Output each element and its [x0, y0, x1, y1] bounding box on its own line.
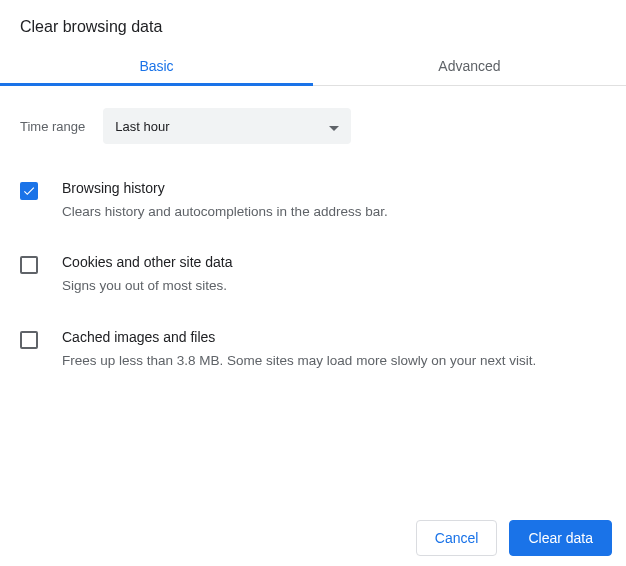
- option-title: Cookies and other site data: [62, 254, 606, 270]
- option-desc: Clears history and autocompletions in th…: [62, 202, 606, 222]
- option-title: Cached images and files: [62, 329, 606, 345]
- option-browsing-history: Browsing history Clears history and auto…: [20, 166, 606, 240]
- options-list: Browsing history Clears history and auto…: [0, 162, 626, 389]
- checkbox-cached[interactable]: [20, 331, 38, 349]
- time-range-label: Time range: [20, 119, 85, 134]
- checkbox-cookies[interactable]: [20, 256, 38, 274]
- option-text: Cookies and other site data Signs you ou…: [62, 254, 606, 296]
- option-text: Cached images and files Frees up less th…: [62, 329, 606, 371]
- option-cached: Cached images and files Frees up less th…: [20, 315, 606, 389]
- option-text: Browsing history Clears history and auto…: [62, 180, 606, 222]
- check-icon: [22, 184, 36, 198]
- footer-buttons: Cancel Clear data: [416, 520, 626, 566]
- clear-data-button[interactable]: Clear data: [509, 520, 612, 556]
- tab-advanced[interactable]: Advanced: [313, 58, 626, 85]
- option-cookies: Cookies and other site data Signs you ou…: [20, 240, 606, 314]
- tab-basic[interactable]: Basic: [0, 58, 313, 85]
- time-range-row: Time range Last hour: [0, 86, 626, 162]
- option-desc: Signs you out of most sites.: [62, 276, 606, 296]
- option-title: Browsing history: [62, 180, 606, 196]
- time-range-value: Last hour: [115, 119, 329, 134]
- checkbox-browsing-history[interactable]: [20, 182, 38, 200]
- dialog-title: Clear browsing data: [0, 0, 626, 58]
- tabs: Basic Advanced: [0, 58, 626, 86]
- cancel-button[interactable]: Cancel: [416, 520, 498, 556]
- option-desc: Frees up less than 3.8 MB. Some sites ma…: [62, 351, 606, 371]
- chevron-down-icon: [329, 117, 339, 135]
- time-range-select[interactable]: Last hour: [103, 108, 351, 144]
